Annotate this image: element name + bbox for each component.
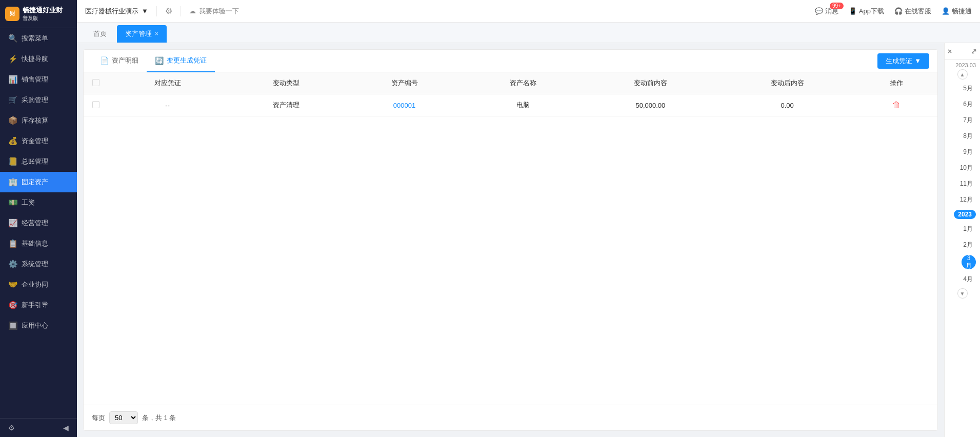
table-body: -- 资产清理 000001 电脑 50,000.00 0.00 🗑 — [84, 94, 937, 116]
scroll-up-button[interactable]: ▲ — [957, 69, 968, 80]
sidebar-item-ledger[interactable]: 📒总账管理 — [0, 151, 77, 172]
tab-assets-label: 资产管理 — [125, 29, 152, 38]
month-10[interactable]: 10月 — [945, 160, 980, 176]
date-panel: × ⤢ 2023.03 ▲ 5月 6月 7月 8月 — [944, 43, 980, 437]
col-after-change: 变动后内容 — [719, 72, 856, 94]
tab-close-icon[interactable]: × — [155, 30, 158, 37]
chevron-down-icon: ▼ — [142, 7, 148, 15]
settings-gear-icon[interactable]: ⚙ — [165, 6, 172, 16]
sub-tab-asset-list-label: 资产明细 — [112, 56, 138, 65]
sidebar-label-ledger: 总账管理 — [22, 157, 48, 166]
row-after-change: 0.00 — [719, 94, 856, 116]
sidebar-item-fixed-assets[interactable]: 🏢固定资产 — [0, 172, 77, 192]
topbar-divider2 — [181, 6, 181, 16]
tab-home-label: 首页 — [93, 30, 107, 37]
month-3-current[interactable]: 3月 — [945, 253, 980, 271]
scroll-down-button[interactable]: ▼ — [957, 288, 968, 299]
sub-tab-actions: 生成凭证 ▼ — [877, 53, 929, 69]
sidebar: 财 畅捷通好业财 普及版 🔍搜索菜单⚡快捷导航📊销售管理🛒采购管理📦库存核算💰资… — [0, 0, 77, 437]
month-4[interactable]: 4月 — [945, 271, 980, 287]
sidebar-label-quick-nav: 快捷导航 — [22, 54, 48, 64]
tab-assets[interactable]: 资产管理 × — [117, 25, 167, 43]
online-service-label: 在线客服 — [905, 7, 931, 16]
sub-tab-asset-list[interactable]: 📄 资产明细 — [92, 50, 147, 72]
sidebar-icon-purchase: 🛒 — [8, 95, 17, 105]
month-12[interactable]: 12月 — [945, 192, 980, 208]
delete-row-button[interactable]: 🗑 — [892, 101, 901, 109]
online-service-btn[interactable]: 🎧 在线客服 — [894, 7, 931, 16]
sidebar-item-search[interactable]: 🔍搜索菜单 — [0, 28, 77, 49]
topbar-divider — [156, 6, 157, 16]
month-1[interactable]: 1月 — [945, 221, 980, 237]
sidebar-bottom: ⚙ ◀ — [0, 418, 77, 437]
select-all-checkbox[interactable] — [92, 79, 99, 86]
current-month-label[interactable]: 3月 — [962, 255, 976, 269]
col-change-type: 变动类型 — [227, 72, 345, 94]
logo-title: 畅捷通好业财 — [23, 6, 63, 15]
generate-dropdown-icon: ▼ — [914, 57, 921, 65]
generate-voucher-button[interactable]: 生成凭证 ▼ — [877, 53, 929, 69]
sidebar-item-salary[interactable]: 💵工资 — [0, 192, 77, 213]
row-asset-name: 电脑 — [464, 94, 582, 116]
sidebar-nav: 🔍搜索菜单⚡快捷导航📊销售管理🛒采购管理📦库存核算💰资金管理📒总账管理🏢固定资产… — [0, 28, 77, 418]
month-11[interactable]: 11月 — [945, 176, 980, 192]
month-2[interactable]: 2月 — [945, 237, 980, 253]
pagination: 每页 50 10 20 100 条，共 1 条 — [84, 405, 937, 430]
topbar-experience[interactable]: ☁ 我要体验一下 — [189, 7, 239, 16]
tab-home[interactable]: 首页 — [85, 25, 115, 43]
row-checkbox[interactable] — [92, 101, 99, 108]
logo-icon: 财 — [5, 7, 19, 21]
sub-tab-change-voucher-label: 变更生成凭证 — [167, 56, 207, 65]
sidebar-icon-search: 🔍 — [8, 34, 17, 43]
year-2023-tag[interactable]: 2023 — [954, 210, 976, 219]
date-panel-close-icon[interactable]: × — [948, 47, 952, 55]
app-download-btn[interactable]: 📱 App下载 — [849, 7, 884, 16]
sidebar-label-finance: 资金管理 — [22, 136, 48, 146]
sidebar-item-finance[interactable]: 💰资金管理 — [0, 131, 77, 151]
sub-tab-change-voucher[interactable]: 🔄 变更生成凭证 — [147, 50, 215, 72]
sidebar-item-sales[interactable]: 📊销售管理 — [0, 69, 77, 90]
sidebar-icon-enterprise: 🤝 — [8, 280, 17, 289]
month-9[interactable]: 9月 — [945, 144, 980, 160]
sidebar-item-system[interactable]: ⚙️系统管理 — [0, 254, 77, 274]
row-asset-code[interactable]: 000001 — [345, 94, 464, 116]
sidebar-icon-salary: 💵 — [8, 198, 17, 207]
date-panel-expand-icon[interactable]: ⤢ — [971, 47, 977, 55]
sidebar-label-purchase: 采购管理 — [22, 95, 48, 105]
month-7[interactable]: 7月 — [945, 112, 980, 128]
year-2023-row[interactable]: 2023 — [945, 208, 980, 221]
sidebar-item-operations[interactable]: 📈经营管理 — [0, 213, 77, 233]
messages-btn[interactable]: 💬 消息 99+ — [815, 7, 838, 16]
message-icon: 💬 — [815, 7, 823, 15]
sidebar-label-guide: 新手引导 — [22, 301, 48, 310]
sidebar-item-quick-nav[interactable]: ⚡快捷导航 — [0, 49, 77, 69]
settings-icon[interactable]: ⚙ — [8, 424, 15, 432]
row-action: 🗑 — [856, 94, 938, 116]
month-5[interactable]: 5月 — [945, 81, 980, 96]
month-6[interactable]: 6月 — [945, 96, 980, 112]
per-page-select[interactable]: 50 10 20 100 — [109, 411, 138, 424]
sidebar-icon-ledger: 📒 — [8, 157, 17, 166]
topbar-company[interactable]: 医疗器械行业演示 ▼ — [85, 7, 148, 16]
sidebar-icon-quick-nav: ⚡ — [8, 54, 17, 64]
collapse-icon[interactable]: ◀ — [63, 424, 69, 432]
sidebar-item-guide[interactable]: 🎯新手引导 — [0, 295, 77, 315]
user-profile-btn[interactable]: 👤 畅捷通 — [942, 7, 972, 16]
nav-tabs: 首页 资产管理 × — [77, 23, 980, 43]
sidebar-item-enterprise[interactable]: 🤝企业协同 — [0, 274, 77, 295]
sidebar-item-inventory[interactable]: 📦库存核算 — [0, 110, 77, 131]
sidebar-item-app-center[interactable]: 🔲应用中心 — [0, 315, 77, 336]
sidebar-logo: 财 畅捷通好业财 普及版 — [0, 0, 77, 28]
topbar: 医疗器械行业演示 ▼ ⚙ ☁ 我要体验一下 💬 消息 99+ 📱 App下载 🎧… — [77, 0, 980, 23]
sidebar-label-sales: 销售管理 — [22, 75, 48, 84]
sidebar-item-purchase[interactable]: 🛒采购管理 — [0, 90, 77, 110]
sidebar-label-search: 搜索菜单 — [22, 34, 48, 43]
sidebar-item-basic-info[interactable]: 📋基础信息 — [0, 233, 77, 254]
generate-voucher-label: 生成凭证 — [886, 56, 912, 66]
message-badge: 99+ — [830, 3, 844, 9]
app-download-label: App下载 — [859, 7, 884, 16]
col-before-change: 变动前内容 — [582, 72, 719, 94]
month-8[interactable]: 8月 — [945, 128, 980, 144]
sidebar-label-fixed-assets: 固定资产 — [22, 177, 48, 187]
sidebar-label-operations: 经营管理 — [22, 218, 48, 228]
